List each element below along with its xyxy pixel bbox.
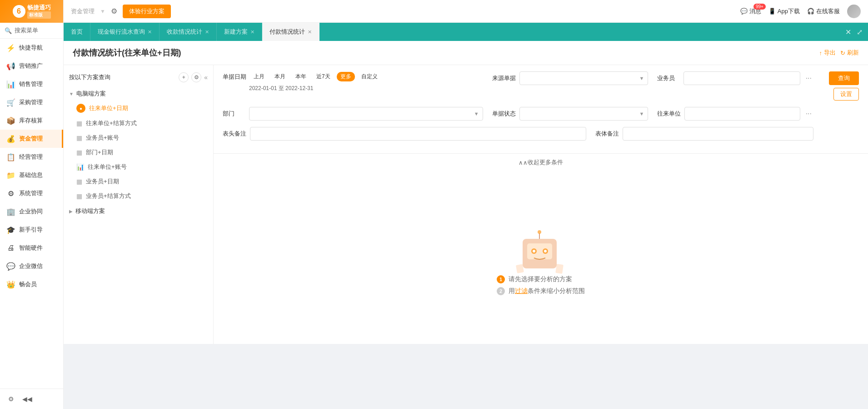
date-options-group: 上月 本月 本年 近7天 更多 自定义 [250, 71, 381, 82]
header-note-input[interactable] [250, 127, 586, 141]
body-note-input[interactable] [623, 127, 813, 141]
scheme-add-btn[interactable]: + [179, 72, 189, 82]
tab-payment-stats[interactable]: 付款情况统计 ✕ [262, 23, 319, 41]
scheme-item-staff-date[interactable]: ▦ 业务员+日期 [64, 174, 213, 189]
bill-status-label: 单据状态 [492, 110, 516, 118]
date-btn-this-month[interactable]: 本月 [271, 71, 289, 82]
tab-close-all-icon[interactable]: ✕ [843, 26, 853, 38]
collapse-more-label: 收起更多条件 [528, 158, 563, 167]
quick-nav-icon: ⚡ [6, 43, 15, 52]
scheme-item-unit-settle[interactable]: ▦ 往来单位+结算方式 [64, 116, 213, 131]
sidebar-item-label: 企业微信 [19, 262, 43, 270]
chevron-right-icon: ▶ [69, 209, 73, 214]
scheme-collapse-btn[interactable]: « [204, 74, 208, 81]
staff-more-btn[interactable]: ··· [804, 74, 813, 82]
collapse-more-btn[interactable]: ∧∧ 收起更多条件 [214, 153, 868, 171]
scheme-mobile-header[interactable]: ▶ 移动端方案 [64, 204, 213, 218]
filter-item-bill-status: 单据状态 ▼ [492, 107, 649, 121]
export-icon: ↑ [819, 50, 823, 56]
sidebar-item-operations[interactable]: 📋 经营管理 [0, 148, 63, 166]
scheme-item-dept-date-label: 部门+日期 [86, 148, 113, 157]
sidebar-item-wechat[interactable]: 💬 企业微信 [0, 257, 63, 275]
sidebar-settings-btn[interactable]: ⚙ [5, 393, 17, 405]
sidebar-item-guide[interactable]: 🎓 新手引导 [0, 221, 63, 239]
bill-status-select[interactable]: ▼ [519, 107, 649, 121]
notifications[interactable]: 💬 消息 99+ [740, 7, 761, 15]
marketing-icon: 📢 [6, 61, 15, 71]
refresh-btn[interactable]: ↻ 刷新 [840, 49, 859, 57]
basic-info-icon: 📁 [6, 171, 15, 180]
online-service[interactable]: 🎧 在线客服 [807, 7, 840, 15]
sidebar-item-member[interactable]: 👑 畅会员 [0, 275, 63, 293]
tabbar-actions: ✕ ⤢ [840, 23, 868, 41]
date-btn-more[interactable]: 更多 [337, 72, 355, 81]
date-range-text: 2022-01-01 至 2022-12-31 [249, 85, 313, 91]
filter-settings-btn[interactable]: 设置 [833, 88, 859, 101]
inventory-icon: 📦 [6, 116, 15, 125]
sidebar-item-sales[interactable]: 📊 销售管理 [0, 75, 63, 93]
avatar[interactable] [847, 5, 861, 18]
sidebar-item-system[interactable]: ⚙ 系统管理 [0, 184, 63, 202]
topbar-right: 💬 消息 99+ 📱 App下载 🎧 在线客服 [740, 5, 861, 18]
topbar-chevron-icon: ▼ [100, 8, 105, 15]
date-btn-7days[interactable]: 近7天 [313, 71, 334, 82]
topbar-settings-icon[interactable]: ⚙ [111, 7, 117, 15]
filter-item-staff: 业务员 ··· [657, 71, 813, 85]
date-btn-last-month[interactable]: 上月 [250, 71, 268, 82]
sidebar-item-inventory[interactable]: 📦 库存核算 [0, 111, 63, 130]
tab-receipt-stats[interactable]: 收款情况统计 ✕ [160, 23, 217, 41]
scheme-item-staff-account[interactable]: ▦ 业务员+账号 [64, 131, 213, 145]
scheme-item-dept-date[interactable]: ▦ 部门+日期 [64, 145, 213, 160]
filter-item-counter-unit: 往来单位 ··· [657, 107, 813, 121]
tab-new-scheme[interactable]: 新建方案 ✕ [217, 23, 262, 41]
export-btn[interactable]: ↑ 导出 [819, 49, 836, 57]
sidebar-item-quick-nav[interactable]: ⚡ 快捷导航 [0, 39, 63, 57]
scheme-desktop-header[interactable]: ▼ 电脑端方案 [64, 87, 213, 101]
counter-unit-more-btn[interactable]: ··· [804, 110, 813, 118]
tab-payment-stats-close-icon[interactable]: ✕ [308, 29, 312, 35]
header-note-label: 表头备注 [223, 130, 246, 138]
empty-robot-illustration [511, 225, 570, 275]
tab-receipt-stats-close-icon[interactable]: ✕ [205, 29, 209, 35]
app-download[interactable]: 📱 App下载 [768, 7, 800, 15]
tab-home[interactable]: 首页 [64, 23, 90, 41]
tab-expand-icon[interactable]: ⤢ [855, 26, 864, 38]
scheme-item-icon: ▦ [76, 192, 82, 200]
scheme-mobile-label: 移动端方案 [75, 207, 105, 215]
counter-unit-select[interactable] [684, 107, 800, 121]
sidebar-item-marketing[interactable]: 📢 营销推广 [0, 57, 63, 75]
tab-cash-flow[interactable]: 现金银行流水查询 ✕ [90, 23, 160, 41]
sidebar-item-label: 采购管理 [19, 98, 43, 106]
scheme-item-unit-date-label: 往来单位+日期 [89, 104, 128, 112]
scheme-item-unit-account[interactable]: 📊 往来单位+账号 [64, 160, 213, 174]
sidebar-item-smart-hw[interactable]: 🖨 智能硬件 [0, 239, 63, 257]
trial-btn[interactable]: 体验行业方案 [123, 5, 171, 18]
sidebar-item-label: 新手引导 [19, 226, 43, 234]
query-btn[interactable]: 查询 [829, 71, 859, 85]
content-area: 付款情况统计(往来单位+日期) ↑ 导出 ↻ 刷新 按以下方案查询 [64, 41, 868, 409]
staff-select[interactable] [683, 71, 800, 85]
scheme-panel-actions: + ⚙ « [179, 72, 208, 82]
sidebar-item-label: 快捷导航 [19, 44, 43, 52]
search-menu[interactable]: 🔍 搜索菜单 [0, 23, 63, 39]
sidebar-item-purchase[interactable]: 🛒 采购管理 [0, 93, 63, 111]
sidebar-item-basic-info[interactable]: 📁 基础信息 [0, 166, 63, 184]
tab-new-scheme-close-icon[interactable]: ✕ [250, 29, 254, 35]
sidebar-collapse-btn[interactable]: ◀◀ [21, 393, 34, 405]
filter-link[interactable]: 过滤 [515, 287, 528, 294]
date-btn-custom[interactable]: 自定义 [358, 71, 381, 82]
refresh-label: 刷新 [847, 49, 859, 57]
date-btn-this-year[interactable]: 本年 [292, 71, 310, 82]
scheme-item-unit-date[interactable]: ● 往来单位+日期 [64, 101, 213, 116]
scheme-item-staff-settle[interactable]: ▦ 业务员+结算方式 [64, 189, 213, 203]
guide-icon: 🎓 [6, 225, 15, 234]
scheme-settings-btn[interactable]: ⚙ [191, 72, 201, 82]
sidebar-item-finance[interactable]: 💰 资金管理 [0, 130, 63, 148]
export-label: 导出 [824, 49, 836, 57]
source-select[interactable]: ▼ [519, 71, 649, 85]
sidebar: 6 畅捷通巧 标准版 🔍 搜索菜单 ⚡ 快捷导航 📢 营销推广 📊 销售管理 🛒… [0, 0, 64, 409]
tab-cash-flow-close-icon[interactable]: ✕ [148, 29, 152, 35]
dept-select[interactable]: ▼ [249, 107, 483, 121]
sidebar-item-enterprise[interactable]: 🏢 企业协同 [0, 202, 63, 221]
sales-icon: 📊 [6, 80, 15, 89]
